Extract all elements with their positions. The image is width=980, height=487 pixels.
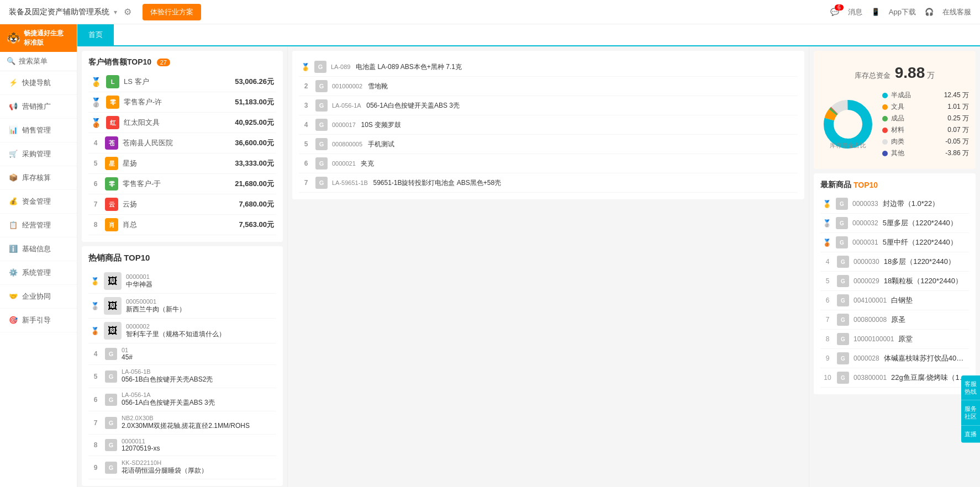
product-info: 0000011 12070519-xs [122,438,274,452]
newest-product-row[interactable]: 10 G 003800001 22g鱼豆腐·烧烤味（1*12*20） [820,368,969,388]
hot-sale-row[interactable]: 2 G 001000002 雪地靴 [299,77,798,96]
customer-rank-row[interactable]: 6 零 零售客户-于 21,680.00元 [88,174,276,194]
product-img-placeholder: G [105,370,117,383]
newest-img-placeholder: G [836,236,848,248]
sidebar-item-purchase[interactable]: 🛒 采购管理 [0,142,77,166]
rank-value: 33,333.00元 [235,158,274,168]
enterprise-label: 企业协同 [22,292,51,301]
app-download-icon[interactable]: 📱 [871,8,880,16]
newest-product-row[interactable]: 🥇 G 0000033 封边带（1.0*22） [820,194,969,214]
service-live-btn[interactable]: 直播 [961,426,980,443]
customer-rank-row[interactable]: 🥈 零 零售客户-许 51,183.00元 [88,92,276,113]
newest-name: 原圣 [891,315,967,325]
trial-button[interactable]: 体验行业方案 [143,4,201,20]
rank-value: 21,680.00元 [235,179,274,189]
product-name: 电池盖 LA-089 ABS本色+黑种 7.1克 [356,63,462,71]
tab-home[interactable]: 首页 [77,24,114,46]
product-info: NB2.0X30B 2.0X30MM双搓花轴,搓花直径2.1MM/ROHS [122,415,274,431]
sidebar-item-basic-info[interactable]: ℹ️ 基础信息 [0,237,77,261]
customer-rank-row[interactable]: 8 肖 肖总 7,563.00元 [88,215,276,235]
newest-product-row[interactable]: 7 G 000800008 原圣 [820,310,969,330]
notification-icon[interactable]: 💬 6 [830,8,839,16]
newest-product-row[interactable]: 5 G 0000029 18颗粒板（1220*2440） [820,272,969,291]
hot-sale-row[interactable]: 6 G 0000021 夹克 [299,154,798,173]
customer-rank-row[interactable]: 4 苍 苍南县人民医院 36,600.00元 [88,133,276,153]
notification-label[interactable]: 消息 [848,7,862,17]
customer-rank-row[interactable]: 7 云 云扬 7,680.00元 [88,194,276,215]
newest-product-row[interactable]: 4 G 0000030 18多层（1220*2440） [820,252,969,272]
customer-rank-row[interactable]: 5 星 星扬 33,333.00元 [88,153,276,174]
hot-product-row[interactable]: 9 G KK-SD22110H 花语萌恒温分腿睡袋（厚款） [88,456,276,479]
newest-product-row[interactable]: 8 G 10000100001 原堂 [820,330,969,349]
guide-icon: 🎯 [9,316,18,324]
hot-products-title: 热销商品 TOP10 [88,253,276,263]
basic-info-icon: ℹ️ [9,245,18,253]
rank-name: 苍南县人民医院 [123,138,230,148]
newest-img-placeholder: G [837,352,849,364]
hot-sale-row[interactable]: 4 G 0000017 10S 变频罗鼓 [299,115,798,135]
hot-sale-row[interactable]: 5 G 000800005 手机测试 [299,135,798,154]
rank-num: 5 [91,160,101,167]
rank-value: 53,006.26元 [235,77,274,87]
newest-products-panel: 最新商品 TOP10 🥇 G 0000033 封边带（1.0*22） 🥈 G 0… [814,173,976,394]
sidebar-item-sales[interactable]: 📊 销售管理 [0,119,77,142]
legend-dot [882,128,888,133]
product-info: 0000021 夹克 [332,159,795,168]
sidebar-item-operation[interactable]: 📋 经营管理 [0,214,77,237]
logo-icon: 🐯 [7,31,20,45]
product-img-placeholder: G [315,157,328,170]
product-code: LA-056-1A [122,391,274,398]
system-icon: ⚙️ [9,268,18,277]
sidebar-item-finance[interactable]: 💰 资金管理 [0,190,77,214]
hot-product-row[interactable]: 5 G LA-056-1B 056-1B白色按键开关壳ABS2壳 [88,365,276,388]
hot-product-row[interactable]: 🥇 🖼 0000001 中华神器 [88,269,276,294]
customer-rank-row[interactable]: 🥉 红 红太阳文具 40,925.00元 [88,113,276,133]
search-icon: 🔍 [7,57,15,65]
newest-product-row[interactable]: 9 G 0000028 体碱嘉枝味苏打饮品400毫升（1*15） [820,349,969,368]
rank-avatar: 星 [105,157,118,170]
online-service-icon[interactable]: 🎧 [925,8,934,16]
newest-img-placeholder: G [837,333,849,345]
enterprise-icon: 🤝 [9,292,18,300]
newest-product-row[interactable]: 🥉 G 0000031 5厘中纤（1220*2440） [820,233,969,252]
app-download-label[interactable]: App下载 [889,7,916,17]
service-hotline-btn[interactable]: 客服热线 [961,375,980,401]
sidebar-item-enterprise[interactable]: 🤝 企业协同 [0,285,77,309]
hot-sale-row[interactable]: 7 G LA-59651-1B 59651-1B旋转投影灯电池盒 ABS黑色+5… [299,173,798,193]
hot-product-row[interactable]: 🥈 🖼 000500001 新西兰牛肉（新牛） [88,294,276,319]
product-name: 45# [122,353,274,361]
hot-sale-row[interactable]: 🥇 G LA-089 电池盖 LA-089 ABS本色+黑种 7.1克 [299,57,798,77]
rank-name: 零售客户-于 [123,179,230,189]
hot-sale-row[interactable]: 3 G LA-056-1A 056-1A白色按键开关盖ABS 3壳 [299,96,798,115]
newest-name: 原堂 [898,334,967,344]
hot-product-row[interactable]: 🥉 🖼 0000002 智利车子里（规格不知道填什么） [88,319,276,343]
settings-icon[interactable]: ⚙ [124,7,131,17]
legend-value: 12.45 万 [944,91,969,100]
sidebar-item-quick-nav[interactable]: ⚡ 快捷导航 [0,71,77,95]
sidebar-item-system[interactable]: ⚙️ 系统管理 [0,261,77,285]
sidebar-search[interactable]: 🔍 搜索菜单 [0,52,77,71]
product-name: 智利车子里（规格不知道填什么） [126,330,274,339]
customer-rank-row[interactable]: 🥇 L LS 客户 53,006.26元 [88,72,276,92]
rank-medal: 🥇 [301,63,310,71]
hot-product-row[interactable]: 6 G LA-056-1A 056-1A白色按键开关盖ABS 3壳 [88,388,276,411]
dropdown-arrow-icon[interactable]: ▾ [114,8,117,16]
sidebar-item-marketing[interactable]: 📢 营销推广 [0,95,77,119]
newest-product-row[interactable]: 6 G 004100001 白钢垫 [820,291,969,310]
quick-nav-icon: ⚡ [9,78,18,87]
hot-product-row[interactable]: 7 G NB2.0X30B 2.0X30MM双搓花轴,搓花直径2.1MM/ROH… [88,411,276,435]
newest-product-row[interactable]: 🥈 G 0000032 5厘多层（1220*2440） [820,214,969,233]
hot-product-row[interactable]: 8 G 0000011 12070519-xs [88,435,276,456]
online-service-label[interactable]: 在线客服 [942,7,971,17]
top-bar-left: 装备及固定资产辅助管理系统 ▾ ⚙ 体验行业方案 [9,4,201,20]
sidebar-item-inventory[interactable]: 📦 库存核算 [0,166,77,190]
legend-dot [882,139,888,145]
hot-product-row[interactable]: 4 G 01 45# [88,343,276,365]
customer-ranking-col: 客户销售额TOP10 27 🥇 L LS 客户 53,006.26元 🥈 零 零… [77,46,287,487]
sidebar-item-guide[interactable]: 🎯 新手引导 [0,309,77,332]
product-img-placeholder: G [105,348,117,360]
product-img-placeholder: G [315,80,328,92]
basic-info-label: 基础信息 [22,244,51,254]
service-community-btn[interactable]: 服务社区 [961,400,980,426]
newest-name: 5厘多层（1220*2440） [883,218,967,228]
